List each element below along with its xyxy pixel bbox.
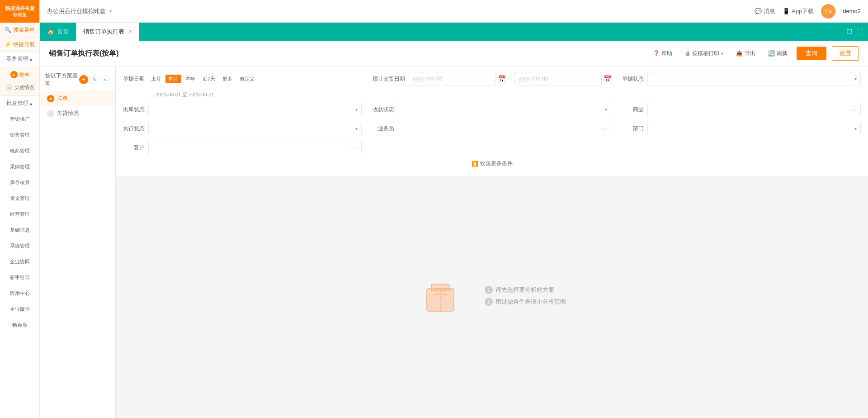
filter-cell-goods: 商品 ···	[622, 103, 861, 116]
home-icon: 🏠	[47, 28, 54, 35]
sidebar-item-operations[interactable]: 经营管理	[0, 206, 39, 222]
sidebar-quick-nav[interactable]: ⚡ 快捷导航	[0, 38, 39, 52]
breadcrumb: 办公用品行业模拟账套 ▾	[47, 7, 112, 15]
left-panel-item-按单[interactable]: ● 按单	[40, 91, 115, 106]
sidebar-item-sales[interactable]: 销售管理	[0, 127, 39, 143]
expected-date-to-placeholder: yyyy-mm-dd	[519, 76, 548, 82]
left-panel-collapse-button[interactable]: «	[101, 75, 110, 84]
tab-home[interactable]: 🏠 首页	[40, 23, 76, 41]
sidebar-item-purchase[interactable]: 采购管理	[0, 159, 39, 175]
nav-label: 快捷导航	[13, 41, 35, 48]
sidebar-item-ecommerce[interactable]: 电商管理	[0, 143, 39, 159]
按单-label: 按单	[19, 71, 29, 78]
export-button[interactable]: 📤 导出	[732, 48, 759, 59]
filter-cell-out-status: 出库状态 ▾	[123, 103, 362, 116]
sidebar-item-guide[interactable]: 新手引导	[0, 270, 39, 285]
user-avatar[interactable]: Ea	[821, 4, 835, 19]
sidebar-item-enterprise[interactable]: 企业协同	[0, 254, 39, 270]
sidebar-item-inventory[interactable]: 库存核算	[0, 175, 39, 190]
status-select[interactable]: ▾	[647, 72, 861, 86]
按单-status-dot: ●	[47, 95, 54, 102]
collapse-up-icon: ⏫	[472, 161, 478, 167]
tab-restore-button[interactable]: ❐	[847, 28, 853, 35]
collapse-button[interactable]: ⏫ 收起更多条件	[123, 160, 861, 167]
customer-select[interactable]: ···	[148, 141, 362, 154]
sidebar-item-finance[interactable]: 资金管理	[0, 190, 39, 206]
exec-status-dropdown-icon: ▾	[355, 126, 358, 131]
filter-section: 单据日期 上月 本月 本年 近7天 更多 自定义	[116, 66, 868, 177]
filter-cell-date: 单据日期 上月 本月 本年 近7天 更多 自定义	[123, 72, 362, 86]
query-button[interactable]: 查询	[797, 47, 826, 60]
message-button[interactable]: 💬 消息	[755, 7, 775, 15]
payment-status-select[interactable]: ▾	[398, 103, 611, 116]
dept-select[interactable]: ▾	[647, 122, 861, 135]
sidebar-item-retail[interactable]: 零售管理 ▲	[0, 52, 39, 66]
expected-date-to-input[interactable]: yyyy-mm-dd	[514, 72, 602, 86]
right-main: 单据日期 上月 本月 本年 近7天 更多 自定义	[116, 66, 868, 418]
payment-status-label: 收款状态	[373, 106, 394, 114]
out-status-label: 出库状态	[123, 106, 145, 114]
quick-btn-more[interactable]: 更多	[220, 75, 235, 83]
tab-close-button[interactable]: ×	[129, 28, 132, 35]
quick-btn-7days[interactable]: 近7天	[200, 75, 218, 83]
settings-label: 设置	[840, 50, 851, 57]
sidebar-group-retail: 零售管理 ▲ ● 按单 ○ 欠货情况	[0, 52, 39, 96]
salesperson-select[interactable]: ···	[398, 122, 611, 135]
empty-state-content: 1 请先选择要分析的方案 2 用过滤条件来缩小分析范围	[418, 275, 566, 320]
filter-cell-customer: 客户 ···	[123, 141, 362, 154]
quick-btn-this-month[interactable]: 本月	[165, 75, 181, 83]
sidebar-item-欠货情况[interactable]: ○ 欠货情况	[0, 81, 39, 94]
print-button[interactable]: 🖨 按模板打印 ▾	[681, 48, 727, 59]
quick-btn-last-month[interactable]: 上月	[148, 75, 164, 83]
out-status-select[interactable]: ▾	[148, 103, 362, 116]
message-icon: 💬	[755, 8, 762, 14]
left-panel-add-button[interactable]: +	[79, 75, 88, 84]
member-label: 畅会员	[12, 322, 27, 328]
expected-date-from-icon[interactable]: 📅	[498, 75, 505, 82]
tip-2-text: 用过滤条件来缩小分析范围	[495, 298, 566, 306]
tab-maximize-button[interactable]: ⛶	[856, 28, 863, 35]
left-panel-item-欠货情况[interactable]: ○ 欠货情况	[40, 106, 115, 121]
sidebar-search[interactable]: 🔍 搜索菜单	[0, 23, 39, 38]
refresh-button[interactable]: 🔄 刷新	[764, 48, 791, 59]
按单-item-label: 按单	[57, 95, 68, 102]
empty-state: 1 请先选择要分析的方案 2 用过滤条件来缩小分析范围	[116, 275, 868, 320]
breadcrumb-dropdown-icon[interactable]: ▾	[109, 9, 112, 14]
tab-sales-order[interactable]: 销售订单执行表 ×	[76, 23, 139, 41]
sidebar-item-member[interactable]: 畅会员	[0, 317, 39, 333]
sales-label: 销售管理	[10, 132, 30, 138]
empty-tips: 1 请先选择要分析的方案 2 用过滤条件来缩小分析范围	[485, 286, 566, 309]
sidebar-item-wechat[interactable]: 企业微信	[0, 301, 39, 317]
sidebar-item-app-center[interactable]: 应用中心	[0, 285, 39, 301]
content-area: 按以下方案查询 + ✎ « ● 按单	[40, 66, 868, 418]
goods-select[interactable]: ···	[647, 103, 861, 116]
expected-date-to-icon[interactable]: 📅	[604, 75, 611, 82]
customer-more-icon: ···	[351, 144, 358, 151]
expected-date-from-input[interactable]: yyyy-mm-dd	[409, 72, 496, 86]
export-icon: 📤	[736, 50, 743, 57]
sidebar-item-按单[interactable]: ● 按单	[0, 68, 39, 81]
left-panel-edit-button[interactable]: ✎	[90, 75, 99, 84]
quick-btn-custom[interactable]: 自定义	[237, 75, 257, 83]
sidebar-item-basic-info[interactable]: 基础信息	[0, 222, 39, 238]
app-logo[interactable]: 畅捷通好生意 标准版	[0, 0, 39, 23]
status-label: 单据状态	[622, 75, 644, 83]
app-download-button[interactable]: 📱 App下载	[783, 7, 814, 15]
search-label: 搜索菜单	[13, 27, 35, 33]
settings-button[interactable]: 设置	[832, 46, 859, 61]
quick-btn-this-year[interactable]: 本年	[183, 75, 198, 83]
sidebar-item-marketing[interactable]: 营销推广	[0, 111, 39, 127]
refresh-label: 刷新	[777, 50, 788, 57]
marketing-label: 营销推广	[10, 116, 30, 123]
sidebar-item-system[interactable]: 系统管理	[0, 238, 39, 254]
left-panel-header: 按以下方案查询 + ✎ «	[40, 72, 115, 91]
filter-row-1: 单据日期 上月 本月 本年 近7天 更多 自定义	[123, 72, 861, 86]
page-header: 销售订单执行表(按单) ❓ 帮助 🖨 按模板打印 ▾ 📤 导出 🔄 刷新	[40, 41, 868, 66]
exec-status-select[interactable]: ▾	[148, 122, 362, 135]
edit-icon: ✎	[92, 76, 97, 83]
filter-cell-payment-status: 收款状态 ▾	[373, 103, 611, 116]
help-button[interactable]: ❓ 帮助	[649, 48, 676, 59]
tip-1-text: 请先选择要分析的方案	[495, 286, 554, 294]
goods-label: 商品	[622, 106, 644, 114]
sidebar-item-wholesale[interactable]: 批发管理 ▲	[0, 96, 39, 111]
